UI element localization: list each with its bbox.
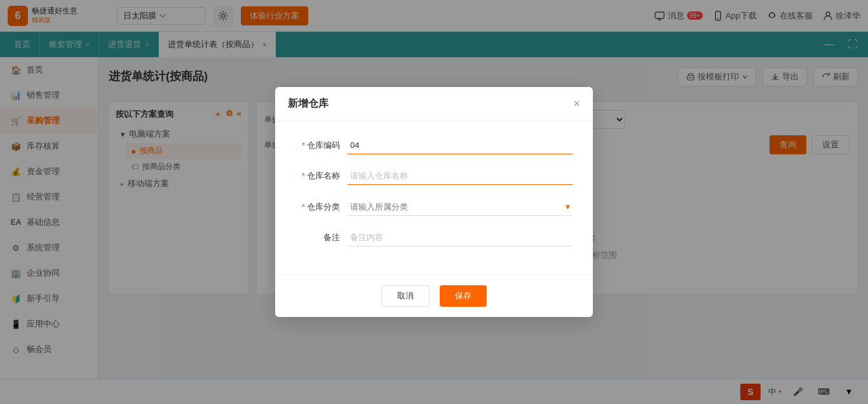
form-row-note: 备注 [295, 229, 573, 246]
form-category-label: 仓库分类 [295, 201, 340, 213]
form-code-label: 仓库编码 [295, 140, 340, 151]
form-name-input[interactable] [348, 167, 573, 185]
modal-close-btn[interactable]: × [573, 97, 580, 111]
form-note-input[interactable] [348, 229, 573, 246]
modal-add-warehouse: 新增仓库 × 仓库编码 仓库名称 仓库分类 ▾ 备注 [275, 87, 593, 317]
save-btn[interactable]: 保存 [440, 285, 487, 307]
form-code-input[interactable] [348, 137, 573, 154]
modal-title: 新增仓库 [288, 97, 329, 111]
form-row-code: 仓库编码 [295, 137, 573, 154]
form-category-wrap: ▾ [348, 198, 573, 216]
modal-body: 仓库编码 仓库名称 仓库分类 ▾ 备注 [275, 121, 593, 274]
form-row-category: 仓库分类 ▾ [295, 198, 573, 216]
form-name-label: 仓库名称 [295, 170, 340, 182]
modal-overlay: 新增仓库 × 仓库编码 仓库名称 仓库分类 ▾ 备注 [0, 0, 868, 404]
form-note-label: 备注 [295, 232, 340, 243]
modal-header: 新增仓库 × [275, 87, 593, 121]
cancel-btn[interactable]: 取消 [381, 285, 430, 307]
form-row-name: 仓库名称 [295, 167, 573, 185]
category-dropdown-icon[interactable]: ▾ [566, 201, 570, 212]
form-category-input[interactable] [350, 202, 566, 212]
modal-footer: 取消 保存 [275, 274, 593, 317]
